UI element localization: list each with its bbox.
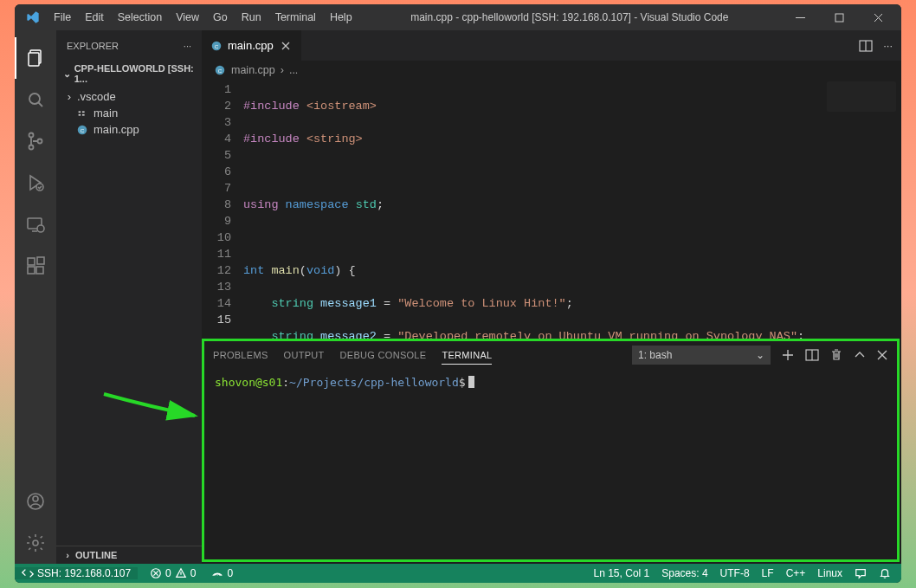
- run-debug-icon[interactable]: [15, 162, 56, 204]
- explorer-title: EXPLORER ···: [56, 30, 202, 61]
- ports-status[interactable]: 0: [208, 567, 236, 579]
- chevron-right-icon: ›: [63, 90, 75, 103]
- window-controls: [781, 4, 898, 30]
- split-editor-icon[interactable]: [859, 39, 873, 53]
- chevron-down-icon: ⌄: [61, 68, 73, 80]
- terminal-sep: :: [282, 376, 289, 389]
- breadcrumb-file: main.cpp: [231, 64, 275, 76]
- svg-point-5: [29, 133, 34, 138]
- error-count: 0: [165, 567, 171, 579]
- language-status[interactable]: C++: [783, 567, 810, 579]
- os-status[interactable]: Linux: [814, 567, 846, 579]
- menu-selection[interactable]: Selection: [112, 8, 168, 27]
- terminal-selector-label: 1: bash: [638, 349, 672, 361]
- outline-label: OUTLINE: [75, 550, 117, 560]
- outline-section[interactable]: › OUTLINE: [56, 546, 202, 564]
- svg-text:C: C: [215, 42, 219, 48]
- cpp-file-icon: C: [214, 64, 226, 76]
- maximize-panel-icon[interactable]: [854, 349, 866, 361]
- line-gutter: 1234 5678 9101112 131415: [202, 80, 243, 339]
- explorer-sidebar: EXPLORER ··· ⌄ CPP-HELLOWORLD [SSH: 1...…: [56, 30, 202, 564]
- svg-rect-19: [79, 113, 81, 115]
- minimize-button[interactable]: [781, 4, 820, 30]
- tab-debug-console[interactable]: DEBUG CONSOLE: [340, 346, 427, 364]
- maximize-button[interactable]: [820, 4, 859, 30]
- tab-main-cpp[interactable]: C main.cpp: [202, 30, 302, 61]
- indentation-status[interactable]: Spaces: 4: [658, 567, 711, 579]
- file-main-binary[interactable]: main: [56, 105, 202, 121]
- menu-go[interactable]: Go: [207, 8, 234, 27]
- bottom-panel: PROBLEMS OUTPUT DEBUG CONSOLE TERMINAL 1…: [202, 339, 900, 562]
- svg-point-17: [33, 540, 38, 546]
- svg-rect-20: [82, 111, 85, 113]
- settings-gear-icon[interactable]: [15, 522, 56, 564]
- svg-rect-13: [36, 267, 43, 274]
- svg-point-16: [33, 496, 38, 501]
- encoding-status[interactable]: UTF-8: [717, 567, 753, 579]
- code-editor[interactable]: 1234 5678 9101112 131415 #include <iostr…: [202, 80, 901, 339]
- tab-label: main.cpp: [228, 39, 274, 52]
- explorer-more-icon[interactable]: ···: [184, 41, 191, 51]
- menu-bar: File Edit Selection View Go Run Terminal…: [48, 8, 358, 27]
- cpp-file-icon: C: [75, 124, 89, 136]
- problems-status[interactable]: 0 0: [146, 567, 199, 579]
- kill-terminal-icon[interactable]: [829, 348, 843, 362]
- terminal-user: shovon@s01: [215, 376, 282, 389]
- menu-edit[interactable]: Edit: [79, 8, 110, 27]
- terminal-body[interactable]: shovon@s01:~/Projects/cpp-helloworld$: [204, 369, 897, 559]
- menu-view[interactable]: View: [170, 8, 205, 27]
- explorer-icon[interactable]: [15, 37, 56, 79]
- search-icon[interactable]: [15, 79, 56, 120]
- window-title: main.cpp - cpp-helloworld [SSH: 192.168.…: [358, 11, 781, 23]
- source-control-icon[interactable]: [15, 120, 56, 162]
- file-main-cpp[interactable]: C main.cpp: [56, 121, 202, 138]
- svg-rect-11: [28, 258, 35, 265]
- cpp-file-icon: C: [210, 40, 223, 52]
- remote-status[interactable]: SSH: 192.168.0.107: [15, 567, 138, 579]
- breadcrumb-more: ...: [289, 64, 298, 76]
- close-button[interactable]: [859, 4, 898, 30]
- editor-actions: ···: [850, 30, 901, 61]
- menu-run[interactable]: Run: [235, 8, 268, 27]
- close-tab-icon[interactable]: [279, 39, 293, 53]
- menu-file[interactable]: File: [48, 8, 77, 27]
- svg-rect-21: [82, 113, 85, 115]
- folder-vscode[interactable]: › .vscode: [56, 88, 202, 105]
- svg-rect-18: [79, 111, 81, 113]
- breadcrumb[interactable]: C main.cpp › ...: [202, 61, 901, 80]
- new-terminal-icon[interactable]: [781, 348, 795, 362]
- tab-problems[interactable]: PROBLEMS: [213, 346, 268, 364]
- svg-rect-12: [28, 267, 35, 274]
- svg-text:C: C: [81, 126, 85, 132]
- menu-help[interactable]: Help: [324, 8, 358, 27]
- explorer-title-label: EXPLORER: [67, 41, 119, 51]
- cursor-position[interactable]: Ln 15, Col 1: [590, 567, 654, 579]
- svg-rect-0: [796, 17, 805, 18]
- file-label: .vscode: [77, 90, 116, 103]
- remote-explorer-icon[interactable]: [15, 204, 56, 245]
- statusbar: SSH: 192.168.0.107 0 0 0 Ln 15, Col 1 Sp…: [15, 564, 901, 583]
- panel-tabs: PROBLEMS OUTPUT DEBUG CONSOLE TERMINAL 1…: [204, 341, 897, 369]
- folder-header[interactable]: ⌄ CPP-HELLOWORLD [SSH: 1...: [56, 61, 202, 87]
- svg-point-4: [29, 94, 40, 104]
- code-content[interactable]: #include <iostream> #include <string> us…: [243, 80, 901, 339]
- svg-rect-3: [29, 53, 39, 66]
- notifications-icon[interactable]: [875, 567, 894, 579]
- terminal-selector[interactable]: 1: bash ⌄: [632, 346, 771, 365]
- minimap[interactable]: [827, 81, 896, 112]
- close-panel-icon[interactable]: [876, 349, 888, 361]
- feedback-icon[interactable]: [851, 567, 870, 579]
- terminal-prompt-end: $: [459, 376, 466, 389]
- accounts-icon[interactable]: [15, 481, 56, 522]
- editor-tabs: C main.cpp ···: [202, 30, 901, 61]
- tab-output[interactable]: OUTPUT: [284, 346, 325, 364]
- file-label: main.cpp: [94, 123, 139, 136]
- terminal-cursor: [468, 376, 474, 388]
- menu-terminal[interactable]: Terminal: [269, 8, 322, 27]
- more-actions-icon[interactable]: ···: [883, 39, 893, 52]
- eol-status[interactable]: LF: [758, 567, 777, 579]
- vscode-window: File Edit Selection View Go Run Terminal…: [15, 4, 901, 583]
- split-terminal-icon[interactable]: [805, 348, 819, 362]
- extensions-icon[interactable]: [15, 245, 56, 287]
- tab-terminal[interactable]: TERMINAL: [442, 346, 492, 365]
